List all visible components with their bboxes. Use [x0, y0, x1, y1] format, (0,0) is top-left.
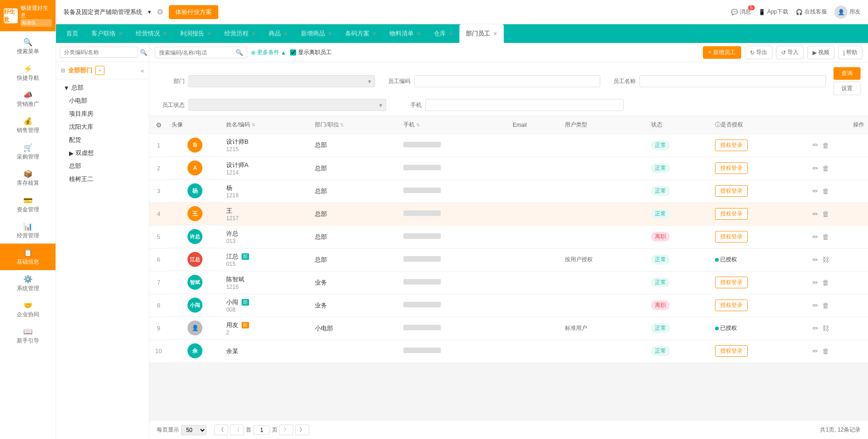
emp-name-input[interactable]: [639, 75, 826, 87]
more-conditions-btn[interactable]: ⊛ 更多条件 ▲: [251, 49, 286, 56]
import-btn[interactable]: ↺ 导入: [776, 46, 804, 59]
phone-input[interactable]: [425, 99, 623, 111]
page-input[interactable]: [253, 425, 270, 435]
edit-icon[interactable]: ✏: [812, 187, 819, 195]
close-icon[interactable]: ✕: [251, 31, 256, 37]
dept-node-xmkf[interactable]: 项目库房: [56, 107, 149, 120]
export-btn[interactable]: ↻ 导出: [745, 46, 772, 59]
dept-search-icon[interactable]: 🔍: [140, 49, 147, 56]
table-gear-icon[interactable]: ⚙: [156, 121, 162, 129]
trial-btn[interactable]: 体验行业方案: [169, 5, 218, 19]
tab-goods[interactable]: 商品✕: [262, 24, 294, 43]
edit-icon[interactable]: ✏: [812, 210, 819, 218]
delete-icon[interactable]: 🗑: [822, 233, 829, 241]
dept-collapse-btn[interactable]: «: [141, 67, 144, 74]
sidebar-item-guide[interactable]: 📖 新手引导: [0, 322, 56, 348]
last-page-btn[interactable]: 》: [295, 425, 309, 435]
edit-icon[interactable]: ✏: [812, 347, 819, 355]
dept-node-peihuo[interactable]: 配货: [56, 133, 149, 146]
per-page-select[interactable]: 50 20 100: [181, 425, 207, 435]
app-download-action[interactable]: 📱 App下载: [758, 8, 788, 16]
sidebar-item-finance[interactable]: 💳 资金管理: [0, 191, 56, 217]
sidebar-item-system[interactable]: ⚙️ 系统管理: [0, 270, 56, 296]
sidebar-item-basicinfo[interactable]: 📋 基础信息: [0, 244, 56, 270]
col-dept[interactable]: 部门/职位: [311, 116, 400, 134]
tab-warehouse[interactable]: 仓库✕: [427, 24, 459, 43]
sidebar-item-inventory[interactable]: 📦 库存核算: [0, 165, 56, 191]
col-gear[interactable]: ⚙: [149, 116, 168, 134]
col-name[interactable]: 姓名/编码: [222, 116, 311, 134]
delete-icon[interactable]: 🗑: [822, 301, 829, 309]
close-icon[interactable]: ✕: [417, 31, 421, 37]
delete-icon[interactable]: 🗑: [822, 187, 829, 195]
delete-icon[interactable]: 🗑: [822, 210, 829, 218]
tab-home[interactable]: 首页: [60, 24, 85, 43]
dept-node-xiaodianbu[interactable]: 小电部: [56, 94, 149, 107]
search-input[interactable]: [159, 49, 234, 56]
tab-bom[interactable]: 物料清单✕: [383, 24, 427, 43]
close-icon[interactable]: ✕: [118, 31, 123, 37]
dept-node-zongbu2[interactable]: 总部: [56, 160, 149, 173]
close-icon[interactable]: ✕: [284, 31, 288, 37]
edit-icon[interactable]: ✏: [812, 141, 819, 149]
online-service-action[interactable]: 🎧 在线客服: [796, 8, 827, 16]
emp-status-select[interactable]: [188, 99, 386, 111]
next-page-btn[interactable]: 〉: [279, 425, 293, 435]
delete-icon[interactable]: 🗑: [822, 347, 829, 355]
auth-login-btn[interactable]: 授权登录: [715, 277, 748, 288]
add-employee-btn[interactable]: + 新增员工: [703, 46, 741, 59]
close-icon[interactable]: ✕: [372, 31, 376, 37]
view-btn[interactable]: ▶ 视频: [807, 46, 834, 59]
tab-department[interactable]: 部门员工✕: [459, 24, 504, 43]
tab-history[interactable]: 经营历程✕: [218, 24, 262, 43]
tab-operations[interactable]: 经营情况✕: [129, 24, 174, 43]
delete-icon[interactable]: 🗑: [822, 164, 829, 172]
tab-profit[interactable]: 利润报告✕: [174, 24, 218, 43]
query-btn[interactable]: 查询: [833, 67, 861, 80]
tab-addgoods[interactable]: 新增商品✕: [294, 24, 339, 43]
set-btn[interactable]: 设置: [833, 82, 861, 95]
auth-login-btn[interactable]: 授权登录: [715, 139, 748, 151]
tab-barcode[interactable]: 条码方案✕: [339, 24, 383, 43]
dept-search-input[interactable]: [60, 47, 138, 58]
dept-node-shuangxu[interactable]: ▶ 双虚想: [56, 146, 149, 160]
link-icon[interactable]: ⛓: [822, 324, 829, 332]
link-icon[interactable]: ⛓: [822, 256, 829, 264]
auth-login-btn[interactable]: 授权登录: [715, 162, 748, 174]
auth-login-btn[interactable]: 授权登录: [715, 231, 748, 243]
edit-icon[interactable]: ✏: [812, 301, 819, 310]
system-title-dropdown[interactable]: ▾: [148, 8, 151, 15]
close-icon[interactable]: ✕: [163, 31, 167, 37]
delete-icon[interactable]: 🗑: [822, 279, 829, 286]
auth-login-btn[interactable]: 授权登录: [715, 345, 748, 357]
show-resigned-input[interactable]: [290, 49, 296, 56]
show-resigned-checkbox[interactable]: 显示离职员工: [290, 49, 332, 56]
close-icon[interactable]: ✕: [449, 31, 453, 37]
edit-icon[interactable]: ✏: [812, 164, 819, 173]
gear-icon[interactable]: ⚙: [157, 7, 163, 16]
sidebar-item-operations[interactable]: 📊 经营管理: [0, 217, 56, 244]
col-phone[interactable]: 手机: [400, 116, 509, 134]
sidebar-item-collab[interactable]: 🤝 企业协同: [0, 296, 56, 322]
dept-all-label[interactable]: 全部部门: [68, 66, 92, 75]
auth-login-btn[interactable]: 授权登录: [715, 185, 748, 197]
sidebar-item-sales[interactable]: 💰 销售管理: [0, 112, 56, 138]
dept-add-btn[interactable]: +: [95, 66, 104, 75]
user-action[interactable]: 👤 用友: [834, 6, 861, 19]
edit-icon[interactable]: ✏: [812, 324, 819, 333]
auth-login-btn[interactable]: 授权登录: [715, 208, 748, 220]
close-icon[interactable]: ✕: [493, 31, 497, 37]
prev-page-btn[interactable]: 〈: [230, 425, 244, 435]
sidebar-item-purchase[interactable]: 🛒 采购管理: [0, 139, 56, 165]
edit-icon[interactable]: ✏: [812, 279, 819, 287]
delete-icon[interactable]: 🗑: [822, 141, 829, 149]
auth-login-btn[interactable]: 授权登录: [715, 300, 748, 311]
first-page-btn[interactable]: 《: [214, 425, 228, 435]
dept-select[interactable]: [188, 75, 375, 87]
sidebar-item-marketing[interactable]: 📣 营销推广: [0, 86, 56, 112]
dept-node-zongbu[interactable]: ▼ 总部: [56, 81, 149, 94]
help-btn[interactable]: | 帮助: [838, 46, 862, 59]
dept-node-zhishu[interactable]: 植树王二: [56, 173, 149, 186]
tab-customer[interactable]: 客户联络✕: [85, 24, 129, 43]
sidebar-item-search[interactable]: 🔍 搜索菜单: [0, 33, 56, 59]
